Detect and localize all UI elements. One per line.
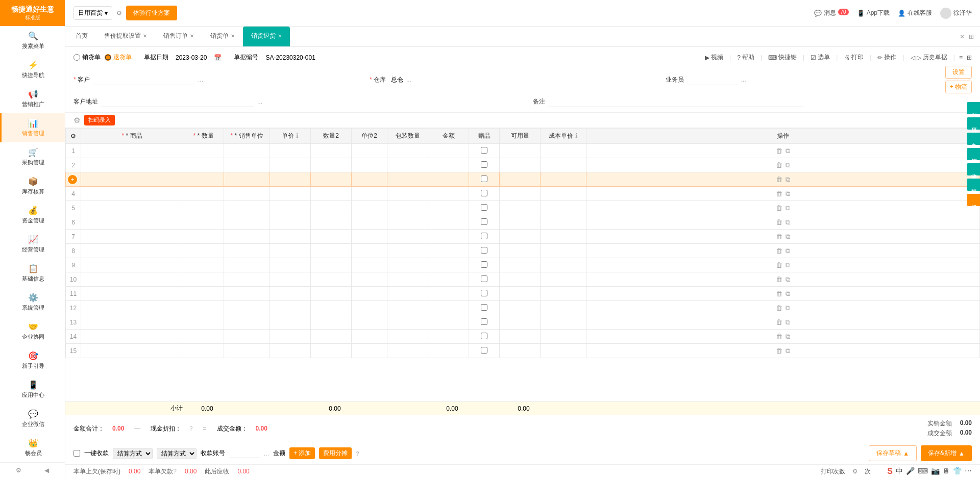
tab-sales-order-close[interactable]: ✕ <box>190 33 194 39</box>
delete-icon[interactable]: 🗑 <box>776 304 782 312</box>
sidebar-item-finance[interactable]: 💰 资金管理 <box>0 200 65 230</box>
gift-checkbox[interactable] <box>481 275 487 282</box>
gift-checkbox[interactable] <box>481 233 487 239</box>
staff-dots-btn[interactable]: ... <box>741 76 746 83</box>
scan-btn[interactable]: 扫码录入 <box>84 115 115 125</box>
tab-sales-order[interactable]: 销售订单 ✕ <box>155 27 202 46</box>
tab-menu-icon[interactable]: ⊞ <box>969 33 974 40</box>
operate-btn[interactable]: ✏ 操作 <box>875 52 898 63</box>
product-input[interactable] <box>83 176 181 183</box>
settings-gear-icon[interactable]: ⚙ <box>116 10 122 17</box>
select-order-btn[interactable]: ☑ 选单 <box>808 52 832 63</box>
gift-checkbox[interactable] <box>481 318 487 325</box>
delete-icon[interactable]: 🗑 <box>776 204 782 212</box>
sidebar-item-purchase[interactable]: 🛒 采购管理 <box>0 142 65 171</box>
logistics-btn[interactable]: + 物流 <box>945 81 972 93</box>
gift-checkbox[interactable] <box>481 147 487 154</box>
calc-method2-select[interactable]: 结算方式 <box>157 448 197 459</box>
delete-icon[interactable]: 🗑 <box>776 247 782 255</box>
remark-input[interactable] <box>548 96 803 107</box>
view-list-icon[interactable]: ≡ <box>959 54 963 61</box>
copy-icon[interactable]: ⧉ <box>786 175 790 184</box>
more-icon[interactable]: ⋯ <box>965 467 972 476</box>
account-dots-btn[interactable]: ... <box>264 450 269 457</box>
float-btn-6[interactable]: 附件 <box>967 179 980 191</box>
delete-icon[interactable]: 🗑 <box>776 233 782 240</box>
customer-input[interactable] <box>93 74 195 85</box>
fee-btn[interactable]: 费用分摊 <box>319 447 352 459</box>
gift-checkbox[interactable] <box>481 218 487 225</box>
gift-checkbox[interactable] <box>481 261 487 268</box>
copy-icon[interactable]: ⧉ <box>786 218 790 227</box>
address-input[interactable] <box>101 96 254 107</box>
staff-input[interactable] <box>687 74 738 85</box>
price-info-icon[interactable]: ℹ <box>296 132 299 139</box>
video-btn[interactable]: ▶ 视频 <box>703 52 725 63</box>
tab-sales-delivery[interactable]: 销货单 ✕ <box>202 27 243 46</box>
shortcut-key-btn[interactable]: ⌨ 快捷键 <box>766 52 799 63</box>
copy-icon[interactable]: ⧉ <box>786 318 790 326</box>
gift-checkbox[interactable] <box>481 175 487 182</box>
delete-icon[interactable]: 🗑 <box>776 290 782 297</box>
sidebar-item-operations[interactable]: 📈 经营管理 <box>0 230 65 259</box>
sidebar-item-newguide[interactable]: 🎯 新手引导 <box>0 346 65 375</box>
delete-icon[interactable]: 🗑 <box>776 275 782 283</box>
camera-icon[interactable]: 📷 <box>931 467 940 476</box>
address-dots-btn[interactable]: ... <box>257 98 262 106</box>
screen-icon[interactable]: 🖥 <box>943 467 950 476</box>
history-btn[interactable]: ◁ ▷ 历史单据 <box>909 52 949 63</box>
print-btn[interactable]: 🖨 打印 <box>842 52 866 63</box>
copy-icon[interactable]: ⧉ <box>786 147 790 155</box>
gift-checkbox[interactable] <box>481 161 487 168</box>
radio-sales-input[interactable] <box>74 54 80 61</box>
experience-btn[interactable]: 体验行业方案 <box>126 6 177 20</box>
discount-help-icon[interactable]: ? <box>189 425 192 432</box>
tab-sales-return[interactable]: 销货退货 ✕ <box>243 27 290 46</box>
copy-icon[interactable]: ⧉ <box>786 204 790 212</box>
gift-checkbox[interactable] <box>481 347 487 354</box>
one-click-checkbox[interactable] <box>74 450 80 457</box>
gift-checkbox[interactable] <box>481 333 487 339</box>
copy-icon[interactable]: ⧉ <box>786 333 790 341</box>
sidebar-item-vip[interactable]: 👑 畅会员 <box>0 433 65 462</box>
delete-icon[interactable]: 🗑 <box>776 218 782 226</box>
copy-icon[interactable]: ⧉ <box>786 233 790 241</box>
delete-icon[interactable]: 🗑 <box>776 318 782 326</box>
tab-close-all-icon[interactable]: ✕ <box>960 33 965 40</box>
tab-price[interactable]: 售价提取设置 ✕ <box>96 27 155 46</box>
copy-icon[interactable]: ⧉ <box>786 161 790 169</box>
calendar-icon[interactable]: 📅 <box>214 54 222 61</box>
account-input[interactable] <box>229 448 260 458</box>
delete-icon[interactable]: 🗑 <box>776 190 782 197</box>
warehouse-dots-btn[interactable]: ... <box>406 76 411 83</box>
settings-btn[interactable]: 设置 <box>945 66 972 79</box>
customer-dots-btn[interactable]: ... <box>198 76 203 83</box>
sidebar-item-apps[interactable]: 📱 应用中心 <box>0 375 65 404</box>
mic-icon[interactable]: 🎤 <box>906 467 915 476</box>
add-row-btn[interactable]: + <box>68 175 77 184</box>
cost-info-icon[interactable]: ℹ <box>575 132 578 139</box>
gift-checkbox[interactable] <box>481 247 487 254</box>
sidebar-item-partner[interactable]: 🤝 企业协同 <box>0 317 65 346</box>
save-new-btn[interactable]: 保存&新增 ▲ <box>921 445 972 461</box>
copy-icon[interactable]: ⧉ <box>786 304 790 312</box>
delete-icon[interactable]: 🗑 <box>776 347 782 355</box>
radio-sales[interactable]: 销货单 <box>74 53 101 62</box>
gift-checkbox[interactable] <box>481 204 487 211</box>
gift-checkbox[interactable] <box>481 304 487 311</box>
delete-icon[interactable]: 🗑 <box>776 147 782 155</box>
user-icon[interactable]: 👕 <box>953 467 962 476</box>
sidebar-item-system[interactable]: ⚙️ 系统管理 <box>0 288 65 317</box>
sidebar-settings-icon[interactable]: ⚙ <box>16 467 21 474</box>
gift-checkbox[interactable] <box>481 290 487 296</box>
radio-return-input[interactable] <box>105 54 111 61</box>
gift-checkbox[interactable] <box>481 190 487 196</box>
delete-icon[interactable]: 🗑 <box>776 161 782 169</box>
tab-sales-delivery-close[interactable]: ✕ <box>231 33 235 39</box>
copy-icon[interactable]: ⧉ <box>786 261 790 269</box>
user-profile-btn[interactable]: 徐泽华 <box>940 8 972 19</box>
add-btn[interactable]: + 添加 <box>289 447 315 459</box>
delete-icon[interactable]: 🗑 <box>776 175 782 183</box>
view-grid-icon[interactable]: ⊞ <box>967 54 972 61</box>
float-btn-2[interactable]: 日历 <box>967 117 980 130</box>
